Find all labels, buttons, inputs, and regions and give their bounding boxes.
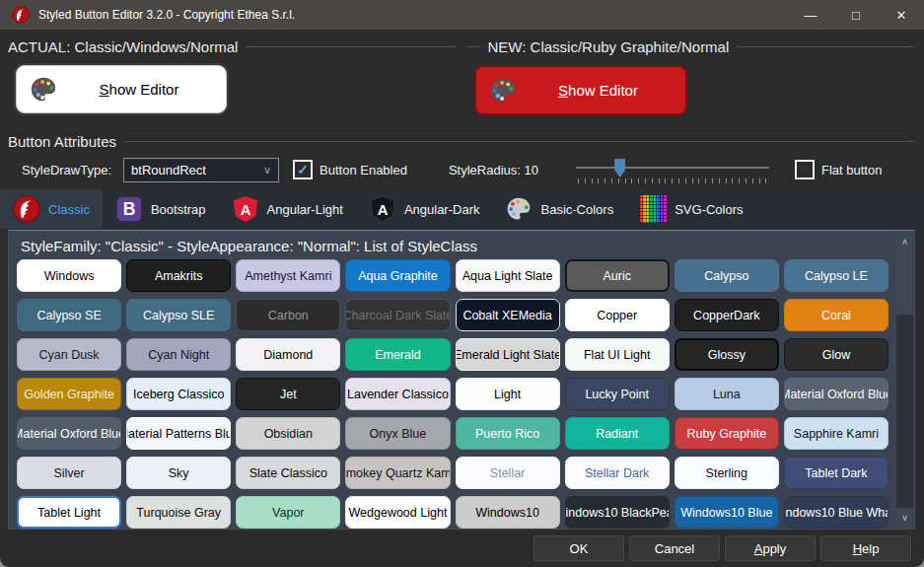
style-class-button[interactable]: Windows10	[456, 496, 560, 529]
style-class-button[interactable]: Emerald Light Slate	[456, 338, 560, 371]
style-class-button[interactable]: Sky	[126, 457, 231, 489]
scroll-up-icon[interactable]: ∧	[896, 232, 913, 251]
style-class-button[interactable]: Auric	[565, 259, 670, 292]
tab-angular-light[interactable]: A Angular-Light	[219, 189, 356, 229]
apply-button[interactable]: Apply	[725, 535, 816, 561]
angular-dark-icon: A	[369, 195, 396, 223]
style-class-button[interactable]: Luna	[675, 378, 779, 410]
style-class-button[interactable]: Ruby Graphite	[675, 417, 779, 450]
help-button[interactable]: Help	[820, 535, 911, 561]
style-class-button[interactable]: Onyx Blue	[345, 417, 450, 450]
style-class-button[interactable]: Emerald	[345, 338, 450, 371]
style-class-button[interactable]: Cyan Night	[126, 338, 231, 371]
vertical-scrollbar[interactable]: ∧ ∨	[896, 232, 913, 528]
style-class-button[interactable]: Obsidian	[236, 417, 340, 450]
style-class-button[interactable]: Carbon	[236, 299, 340, 331]
tab-svg-colors[interactable]: SVG-Colors	[626, 189, 755, 229]
style-class-button[interactable]: Lavender Classico	[345, 378, 450, 410]
style-class-button[interactable]: Lucky Point	[565, 378, 670, 410]
window-controls: — □ ✕	[788, 0, 924, 30]
style-class-button[interactable]: Iceberg Classico	[126, 378, 231, 410]
button-enabled-label: Button Enabled	[320, 163, 407, 177]
close-icon[interactable]: ✕	[879, 0, 924, 30]
style-class-button[interactable]: Amakrits	[126, 259, 231, 292]
tab-bootstrap[interactable]: B Bootstrap	[103, 189, 219, 229]
style-class-button[interactable]: Smokey Quartz Kamri	[345, 457, 450, 489]
style-class-button[interactable]: Glossy	[675, 338, 779, 371]
style-class-button[interactable]: Windows10 Blue	[675, 496, 779, 529]
show-editor-label: Show Editor	[524, 82, 674, 99]
style-class-button[interactable]: Golden Graphite	[17, 378, 121, 410]
style-class-button[interactable]: Calypso SE	[17, 299, 121, 331]
maximize-icon[interactable]: □	[833, 0, 879, 30]
style-class-button[interactable]: Jet	[236, 378, 340, 410]
style-class-button[interactable]: Material Oxford Blue	[784, 378, 888, 410]
style-class-button[interactable]: Sapphire Kamri	[784, 417, 888, 450]
new-show-editor-button[interactable]: Show Editor	[474, 65, 687, 115]
style-class-button[interactable]: Radiant	[565, 417, 670, 450]
style-class-button[interactable]: Amethyst Kamri	[236, 259, 340, 292]
preview-section: ACTUAL: Classic/Windows/Normal Show Edit…	[0, 30, 924, 126]
show-editor-label: Show Editor	[64, 81, 214, 98]
dialog-footer: OK Cancel Apply Help	[0, 530, 924, 567]
style-class-button[interactable]: Charcoal Dark Slate	[345, 299, 450, 331]
style-radius-slider[interactable]	[576, 155, 769, 184]
ok-button[interactable]: OK	[533, 535, 624, 561]
button-enabled-checkbox[interactable]: ✓	[293, 160, 313, 179]
tab-label: Basic-Colors	[540, 202, 613, 217]
style-class-button[interactable]: Calypso SLE	[126, 299, 231, 331]
check-icon: ✓	[297, 163, 309, 177]
apply-label: Apply	[754, 541, 787, 556]
minimize-icon[interactable]: —	[788, 0, 833, 30]
tab-angular-dark[interactable]: A Angular-Dark	[356, 189, 493, 229]
window-title: Styled Button Editor 3.2.0 - Copyright E…	[38, 8, 295, 22]
tab-classic[interactable]: Classic	[0, 189, 103, 229]
style-class-button[interactable]: Turquoise Gray	[126, 496, 231, 529]
divider	[124, 141, 914, 142]
style-class-button[interactable]: Vapor	[236, 496, 340, 529]
basic-colors-palette-icon	[505, 195, 533, 223]
slider-thumb[interactable]	[614, 159, 625, 177]
style-class-button[interactable]: Aqua Graphite	[345, 259, 450, 292]
cancel-button[interactable]: Cancel	[629, 535, 720, 561]
scroll-down-icon[interactable]: ∨	[896, 508, 913, 528]
app-logo-icon	[12, 6, 30, 24]
style-class-button[interactable]: Slate Classico	[236, 457, 340, 489]
style-class-button[interactable]: Windows	[17, 259, 121, 292]
flat-button-checkbox[interactable]	[795, 160, 815, 179]
style-class-button[interactable]: Tablet Dark	[784, 457, 888, 489]
style-class-button[interactable]: Wedgewood Light	[345, 496, 450, 529]
style-class-button[interactable]: Coral	[784, 299, 888, 331]
slider-track	[576, 167, 769, 169]
new-groupbox: NEW: Classic/Ruby Graphite/Normal Show E…	[466, 35, 915, 126]
style-class-button[interactable]: Copper	[565, 299, 670, 331]
style-class-button[interactable]: Diamond	[236, 338, 340, 371]
scrollbar-thumb[interactable]	[896, 251, 913, 315]
style-class-button[interactable]: Flat UI Light	[565, 338, 670, 371]
style-class-button[interactable]: Material Patterns Blue	[126, 417, 231, 450]
style-class-button[interactable]: Light	[456, 378, 560, 410]
style-class-button[interactable]: Windows10 BlackPearl	[565, 496, 670, 529]
style-class-button[interactable]: Glow	[784, 338, 888, 371]
style-class-header: StyleFamily: "Classic" - StyleAppearance…	[9, 231, 914, 257]
style-class-button[interactable]: Material Oxford Blue	[17, 417, 121, 450]
style-class-button[interactable]: Sterling	[675, 457, 779, 489]
style-class-button[interactable]: Cyan Dusk	[17, 338, 121, 371]
style-class-button[interactable]: Calypso LE	[784, 259, 888, 292]
style-class-button[interactable]: Silver	[17, 457, 121, 489]
style-class-button[interactable]: Tablet Light	[17, 496, 121, 529]
chevron-down-icon: ∨	[263, 164, 271, 177]
style-class-button[interactable]: Aqua Light Slate	[456, 259, 560, 292]
style-class-panel: StyleFamily: "Classic" - StyleAppearance…	[8, 230, 915, 530]
style-class-button[interactable]: Puerto Rico	[456, 417, 560, 450]
tab-basic-colors[interactable]: Basic-Colors	[492, 189, 626, 229]
style-draw-type-select[interactable]: btRoundRect ∨	[123, 158, 279, 182]
style-class-button[interactable]: Stellar Dark	[565, 457, 670, 489]
style-class-button[interactable]: CopperDark	[675, 299, 779, 331]
style-class-button[interactable]: Windows10 Blue Whale	[784, 496, 888, 529]
style-class-button[interactable]: Stellar	[456, 457, 560, 489]
style-class-button[interactable]: Cobalt XEMedia	[456, 299, 560, 331]
actual-show-editor-button[interactable]: Show Editor	[16, 65, 227, 113]
style-class-button[interactable]: Calypso	[675, 259, 779, 292]
divider	[246, 46, 456, 47]
